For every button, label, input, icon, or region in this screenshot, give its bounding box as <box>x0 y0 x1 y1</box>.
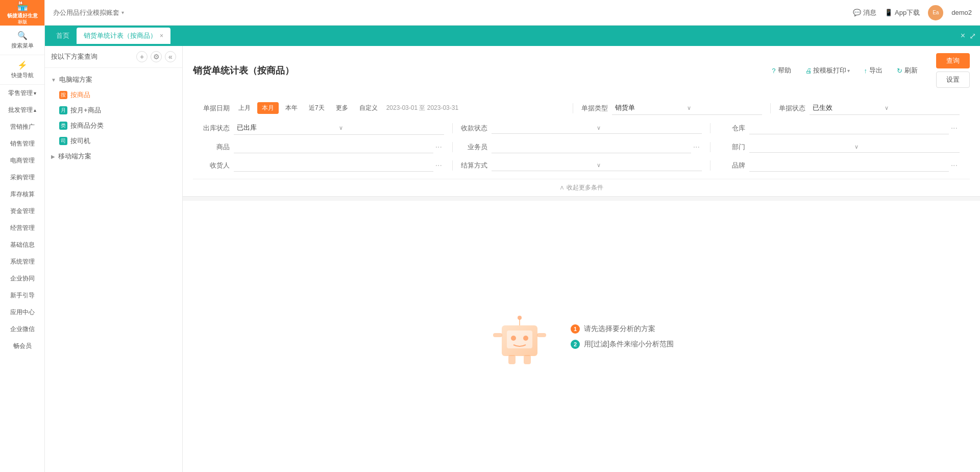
tree-item-by-month-goods[interactable]: 月 按月+商品 <box>45 103 182 118</box>
sidebar-label-system: 系统管理 <box>10 257 35 266</box>
filter-divider-8 <box>710 160 710 171</box>
goods-input[interactable] <box>234 141 433 153</box>
filter-brand: 品牌 ··· <box>719 159 960 172</box>
sidebar-item-enterprise[interactable]: 企业协同 <box>0 270 44 287</box>
department-label: 部门 <box>719 143 749 152</box>
receiver-label: 收货人 <box>203 161 234 170</box>
tab-close-icon[interactable]: × <box>160 32 163 39</box>
sidebar-item-wholesale[interactable]: 批发管理 ▴ <box>0 102 44 119</box>
by-month-goods-icon: 月 <box>59 106 67 114</box>
goods-dots[interactable]: ··· <box>433 143 444 152</box>
sidebar-item-inventory[interactable]: 库存核算 <box>0 186 44 203</box>
top-bar-left: 办公用品行业模拟账套 ▾ <box>53 8 124 17</box>
date-7days[interactable]: 近7天 <box>304 102 329 114</box>
tree-desktop[interactable]: ▼ 电脑端方案 <box>45 72 182 87</box>
content: 按以下方案查询 + ⚙ « ▼ 电脑端方案 <box>45 46 980 472</box>
by-driver-icon: 司 <box>59 137 67 145</box>
salesperson-input[interactable] <box>492 141 691 153</box>
date-last-month[interactable]: 上月 <box>234 102 255 114</box>
filter-row-1: 单据日期 上月 本月 本年 近7天 更多 自定义 2023-03-01 至 20… <box>203 101 960 115</box>
sidebar-item-basic[interactable]: 基础信息 <box>0 237 44 253</box>
collapse-bar[interactable]: ∧ 收起更多条件 <box>193 179 970 196</box>
export-btn[interactable]: ↑ 导出 <box>860 64 887 77</box>
sidebar-item-quick-nav[interactable]: ⚡ 快捷导航 <box>0 55 44 85</box>
logo[interactable]: 🏪 畅捷通好生意 标版 <box>0 0 44 26</box>
date-custom[interactable]: 自定义 <box>355 102 382 114</box>
sidebar-item-finance[interactable]: 资金管理 <box>0 203 44 220</box>
receiver-input[interactable] <box>234 159 433 172</box>
doc-type-arrow-icon: ∨ <box>687 105 759 111</box>
sidebar-item-system[interactable]: 系统管理 <box>0 253 44 270</box>
sidebar-label-marketing: 营销推广 <box>10 123 35 131</box>
message-btn[interactable]: 💬 消息 <box>853 8 876 17</box>
tree-item-by-category[interactable]: 类 按商品分类 <box>45 118 182 133</box>
sidebar-item-purchase[interactable]: 采购管理 <box>0 169 44 186</box>
payment-select[interactable]: ∨ <box>492 160 702 171</box>
tab-maximize-icon[interactable]: ⤢ <box>969 31 976 41</box>
tree-item-by-driver[interactable]: 司 按司机 <box>45 133 182 149</box>
department-arrow-icon: ∨ <box>854 144 957 150</box>
out-status-select[interactable]: 已出库 ∨ <box>234 121 444 135</box>
date-more[interactable]: 更多 <box>331 102 353 114</box>
sidebar-item-appcenter[interactable]: 应用中心 <box>0 304 44 321</box>
sidebar-item-operations[interactable]: 经营管理 <box>0 220 44 237</box>
refresh-btn[interactable]: ↻ 刷新 <box>893 64 922 77</box>
tree-mobile-arrow: ▶ <box>51 154 55 159</box>
tab-home[interactable]: 首页 <box>49 28 77 44</box>
tree-item-by-goods[interactable]: 按 按商品 <box>45 87 182 103</box>
department-select[interactable]: ∨ <box>749 141 960 153</box>
filter-area: 单据日期 上月 本月 本年 近7天 更多 自定义 2023-03-01 至 20… <box>193 94 970 179</box>
app-download-label: App下载 <box>895 8 920 17</box>
sidebar-label-wechat: 企业微信 <box>10 325 35 334</box>
brand-dots[interactable]: ··· <box>949 161 960 170</box>
app-download-btn[interactable]: 📱 App下载 <box>885 8 920 17</box>
sidebar-item-sales[interactable]: 销售管理 <box>0 135 44 152</box>
filter-row-2: 出库状态 已出库 ∨ 收款状态 ∨ <box>203 121 960 135</box>
print-btn[interactable]: 🖨 按模板打印 ▾ <box>801 64 854 77</box>
tree-item-by-category-label: 按商品分类 <box>70 121 104 130</box>
warehouse-label: 仓库 <box>719 124 749 133</box>
print-icon: 🖨 <box>805 67 812 75</box>
date-this-year[interactable]: 本年 <box>281 102 302 114</box>
header-actions: + ⚙ « <box>136 51 176 62</box>
sidebar-item-retail[interactable]: 零售管理 ▾ <box>0 85 44 102</box>
brand-input[interactable] <box>749 159 949 172</box>
doc-status-select[interactable]: 已生效 ∨ <box>810 101 960 115</box>
warehouse-dots[interactable]: ··· <box>949 124 960 133</box>
empty-tip-1: 1 请先选择要分析的方案 <box>571 324 674 334</box>
set-button[interactable]: 设置 <box>936 72 970 88</box>
warehouse-input[interactable] <box>749 122 949 134</box>
query-button[interactable]: 查询 <box>936 53 970 68</box>
date-this-month[interactable]: 本月 <box>257 102 279 114</box>
date-label: 单据日期 <box>203 104 234 113</box>
right-panel: 销货单统计表（按商品） ? 帮助 🖨 按模板打印 ▾ ↑ <box>183 46 980 472</box>
sidebar-label-retail: 零售管理 <box>8 89 33 98</box>
sidebar-item-wechat[interactable]: 企业微信 <box>0 321 44 338</box>
help-label: 帮助 <box>778 66 791 75</box>
add-scheme-btn[interactable]: + <box>136 51 148 62</box>
collapse-panel-btn[interactable]: « <box>165 51 176 62</box>
export-icon: ↑ <box>864 67 868 75</box>
doc-type-select[interactable]: 销货单 ∨ <box>612 101 762 115</box>
tab-close-all-icon[interactable]: × <box>961 31 965 40</box>
sidebar-item-newuser[interactable]: 新手引导 <box>0 287 44 304</box>
receipt-status-select[interactable]: ∨ <box>492 123 702 134</box>
receiver-dots[interactable]: ··· <box>433 161 444 170</box>
industry-select[interactable]: 办公用品行业模拟账套 ▾ <box>53 8 124 17</box>
filter-out-status: 出库状态 已出库 ∨ <box>203 121 444 135</box>
user-avatar[interactable]: Ea <box>928 5 943 20</box>
sidebar-item-marketing[interactable]: 营销推广 <box>0 119 44 135</box>
sidebar-item-search[interactable]: 🔍 搜索菜单 <box>0 26 44 55</box>
tab-sales-stats[interactable]: 销货单统计表（按商品） × <box>77 28 170 44</box>
filter-divider-6 <box>710 142 710 152</box>
help-btn[interactable]: ? 帮助 <box>768 64 795 77</box>
settings-scheme-btn[interactable]: ⚙ <box>151 51 162 62</box>
by-goods-icon: 按 <box>59 91 67 99</box>
tree-mobile[interactable]: ▶ 移动端方案 <box>45 149 182 164</box>
sidebar-item-member[interactable]: 畅会员 <box>0 338 44 355</box>
user-name[interactable]: demo2 <box>951 9 972 16</box>
left-panel: 按以下方案查询 + ⚙ « ▼ 电脑端方案 <box>45 46 183 472</box>
sidebar-label-quicknav: 快捷导航 <box>11 72 34 79</box>
sidebar-item-ecommerce[interactable]: 电商管理 <box>0 152 44 169</box>
salesperson-dots[interactable]: ··· <box>691 143 702 152</box>
